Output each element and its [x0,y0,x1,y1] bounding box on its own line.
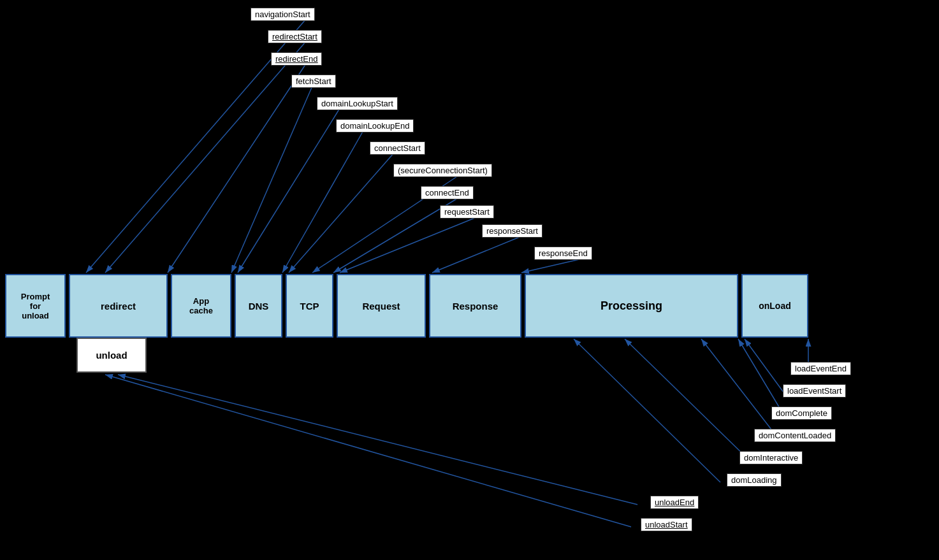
svg-line-15 [738,339,784,415]
phase-unload: unload [76,338,147,373]
svg-line-6 [282,131,363,273]
svg-line-4 [231,86,312,273]
label-domainlookupstart: domainLookupStart [317,97,398,110]
label-domcomplete: domComplete [771,406,832,420]
label-secureconnectionstart: (secureConnectionStart) [393,164,492,177]
phase-processing: Processing [525,274,738,338]
phase-onload: onLoad [741,274,808,338]
phase-request: Request [337,274,426,338]
phase-dns: DNS [235,274,282,338]
label-loadeventstart: loadEventStart [783,384,846,398]
label-fetchstart: fetchStart [291,75,336,88]
phase-response: Response [429,274,521,338]
phase-redirect: redirect [69,274,168,338]
svg-line-2 [105,41,306,273]
svg-line-3 [168,64,306,273]
svg-line-11 [432,236,523,273]
svg-line-17 [625,339,749,460]
svg-line-10 [340,217,478,273]
phase-prompt: Prompt for unload [5,274,66,338]
label-connectend: connectEnd [421,186,474,199]
label-requeststart: requestStart [440,205,494,219]
label-dominteractive: domInteractive [739,451,803,464]
label-domloading: domLoading [727,473,782,487]
svg-line-16 [701,339,778,438]
label-domainlookupend: domainLookupEnd [336,119,414,133]
label-unloadend: unloadEnd [650,496,699,509]
svg-line-14 [745,339,784,393]
svg-line-5 [238,108,340,273]
label-navigationstart: navigationStart [251,8,315,21]
label-responseend: responseEnd [534,247,592,260]
phase-appcache: App cache [171,274,231,338]
label-unloadstart: unloadStart [641,518,692,531]
svg-line-19 [118,375,637,505]
svg-line-20 [105,375,631,527]
label-redirectend: redirectEnd [271,52,322,66]
phase-tcp: TCP [286,274,333,338]
label-connectstart: connectStart [370,141,425,155]
svg-line-18 [574,339,720,482]
svg-line-12 [521,258,585,273]
label-loadeventend: loadEventEnd [790,362,851,375]
label-domcontentloaded: domContentLoaded [754,429,836,442]
label-redirectstart: redirectStart [268,30,322,43]
label-responsestart: responseStart [482,224,542,238]
svg-line-7 [289,153,394,273]
